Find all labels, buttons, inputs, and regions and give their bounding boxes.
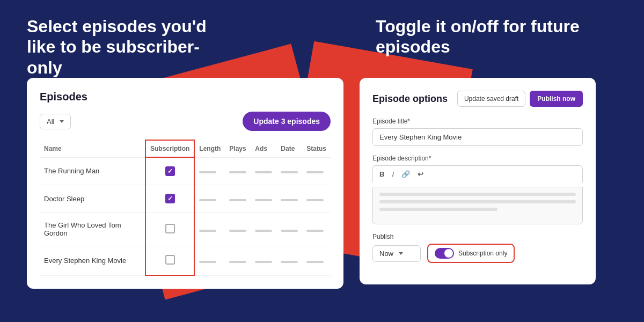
dash-icon [281, 261, 298, 263]
toggle-knob [444, 249, 453, 258]
checkbox-checked[interactable] [165, 194, 175, 203]
date-cell [276, 185, 302, 213]
dash-icon [199, 199, 216, 201]
publish-dropdown-value: Now [379, 250, 393, 258]
episode-name: Every Stephen King Movie [40, 246, 145, 276]
dash-icon [306, 171, 324, 173]
publish-group: Publish Now Subscription only [372, 233, 583, 263]
col-ads: Ads [251, 140, 276, 157]
dash-icon [306, 199, 324, 201]
all-dropdown-label: All [47, 118, 54, 126]
plays-cell [225, 213, 251, 246]
toggle-switch[interactable] [435, 248, 454, 259]
desc-line-short [379, 208, 497, 211]
dash-icon [199, 171, 216, 173]
dash-icon [255, 171, 272, 173]
date-cell [276, 213, 302, 246]
checkbox-empty[interactable] [165, 224, 175, 233]
col-date: Date [276, 140, 302, 157]
episode-options-header: Episode options Update saved draft Publi… [372, 91, 583, 107]
table-row: Doctor Sleep [40, 185, 331, 213]
dash-icon [306, 230, 324, 232]
dash-icon [199, 230, 216, 232]
episodes-card: Episodes All Update 3 episodes Name Subs… [27, 78, 343, 289]
description-area [372, 187, 583, 224]
col-plays: Plays [225, 140, 251, 157]
dash-icon [306, 261, 324, 263]
subscription-only-toggle[interactable]: Subscription only [427, 244, 515, 263]
bold-button[interactable]: B [377, 169, 386, 179]
plays-cell [225, 246, 251, 276]
header-buttons: Update saved draft Publish now [457, 91, 583, 107]
ads-cell [251, 246, 276, 276]
episode-options-title: Episode options [372, 93, 448, 105]
checkbox-checked[interactable] [165, 166, 175, 176]
length-cell [194, 157, 225, 185]
episode-name: The Running Man [40, 157, 145, 185]
episode-description-label: Episode description* [372, 155, 583, 162]
left-heading: Select episodes you'd like to be subscri… [27, 16, 231, 78]
episode-title-group: Episode title* [372, 118, 583, 146]
desc-line [379, 200, 576, 203]
dash-icon [199, 261, 216, 263]
left-section: Select episodes you'd like to be subscri… [0, 0, 322, 322]
update-saved-draft-button[interactable]: Update saved draft [457, 91, 525, 107]
subscription-cell[interactable] [145, 246, 194, 276]
date-cell [276, 246, 302, 276]
dash-icon [255, 261, 272, 263]
subscription-cell[interactable] [145, 157, 194, 185]
dash-icon [255, 230, 272, 232]
ads-cell [251, 185, 276, 213]
date-cell [276, 157, 302, 185]
episode-title-input[interactable] [372, 128, 583, 146]
undo-button[interactable]: ↩ [415, 169, 426, 179]
checkbox-empty[interactable] [165, 255, 175, 265]
table-row: The Girl Who Loved Tom Gordon [40, 213, 331, 246]
dash-icon [281, 171, 298, 173]
ads-cell [251, 157, 276, 185]
right-section: Toggle it on/off for future episodes Epi… [322, 0, 644, 322]
episode-name: Doctor Sleep [40, 185, 145, 213]
subscription-cell[interactable] [145, 185, 194, 213]
episode-description-group: Episode description* B I 🔗 ↩ [372, 155, 583, 224]
dash-icon [229, 230, 246, 232]
episode-title-label: Episode title* [372, 118, 583, 125]
publish-dropdown[interactable]: Now [372, 245, 421, 262]
length-cell [194, 185, 225, 213]
dash-icon [229, 171, 246, 173]
chevron-down-icon [60, 120, 64, 123]
subscription-only-label: Subscription only [458, 250, 507, 257]
col-name: Name [40, 140, 145, 157]
dash-icon [229, 199, 246, 201]
dash-icon [229, 261, 246, 263]
dash-icon [281, 199, 298, 201]
length-cell [194, 213, 225, 246]
episodes-card-title: Episodes [40, 91, 331, 103]
all-dropdown[interactable]: All [40, 114, 71, 129]
dash-icon [255, 199, 272, 201]
subscription-cell[interactable] [145, 213, 194, 246]
italic-button[interactable]: I [390, 169, 396, 179]
episodes-toolbar: All Update 3 episodes [40, 112, 331, 131]
table-row: The Running Man [40, 157, 331, 185]
col-length: Length [194, 140, 225, 157]
ads-cell [251, 213, 276, 246]
publish-row: Now Subscription only [372, 244, 583, 263]
episode-name: The Girl Who Loved Tom Gordon [40, 213, 145, 246]
publish-now-button[interactable]: Publish now [530, 91, 583, 107]
update-episodes-button[interactable]: Update 3 episodes [243, 112, 331, 131]
desc-line [379, 193, 576, 196]
description-toolbar: B I 🔗 ↩ [372, 165, 583, 182]
link-button[interactable]: 🔗 [399, 169, 412, 179]
col-subscription: Subscription [145, 140, 194, 157]
dash-icon [281, 230, 298, 232]
episodes-table: Name Subscription Length Plays Ads Date … [40, 140, 331, 276]
episode-options-card: Episode options Update saved draft Publi… [360, 78, 596, 284]
plays-cell [225, 185, 251, 213]
plays-cell [225, 157, 251, 185]
length-cell [194, 246, 225, 276]
chevron-down-icon [399, 252, 403, 255]
publish-label: Publish [372, 233, 583, 240]
table-row: Every Stephen King Movie [40, 246, 331, 276]
right-heading: Toggle it on/off for future episodes [376, 16, 580, 57]
